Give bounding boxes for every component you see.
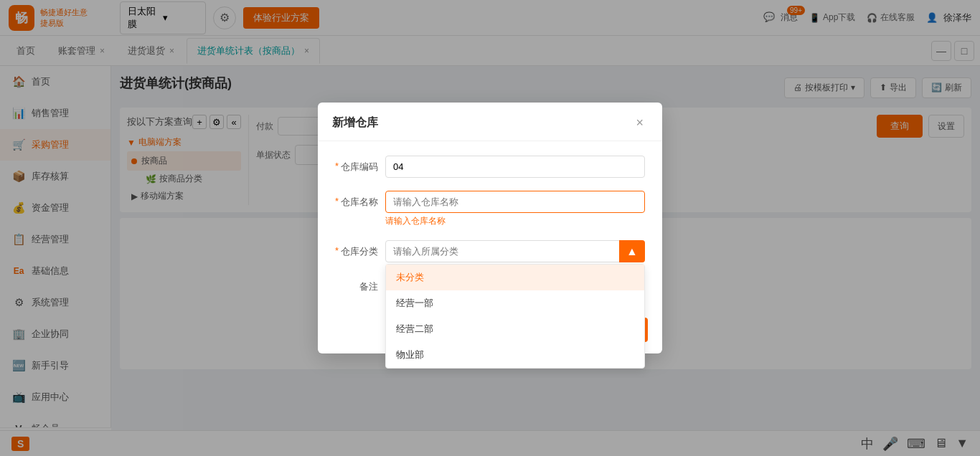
modal-overlay: 新增仓库 × 仓库编码 仓库名称 请输入仓库名称 仓库分类 <box>0 0 980 456</box>
modal-header: 新增仓库 × <box>318 103 662 141</box>
dropdown-item-uncategorized[interactable]: 未分类 <box>386 265 644 290</box>
classify-form-row: 仓库分类 ▲ 未分类 经营一部 经营二部 物业部 <box>335 240 645 262</box>
modal-body: 仓库编码 仓库名称 请输入仓库名称 仓库分类 ▲ <box>318 141 662 309</box>
code-input[interactable] <box>385 156 645 178</box>
code-form-row: 仓库编码 <box>335 156 645 178</box>
name-label: 仓库名称 <box>335 191 385 209</box>
dropdown-item-dept1[interactable]: 经营一部 <box>386 290 644 316</box>
name-control: 请输入仓库名称 <box>385 191 645 227</box>
classify-wrapper: ▲ 未分类 经营一部 经营二部 物业部 <box>385 240 645 262</box>
modal-close-button[interactable]: × <box>631 114 648 132</box>
add-warehouse-modal: 新增仓库 × 仓库编码 仓库名称 请输入仓库名称 仓库分类 <box>318 103 662 353</box>
classify-dropdown: 未分类 经营一部 经营二部 物业部 <box>385 264 645 369</box>
classify-label: 仓库分类 <box>335 240 385 258</box>
modal-title: 新增仓库 <box>332 115 378 130</box>
name-error-msg: 请输入仓库名称 <box>385 215 645 227</box>
dropdown-item-dept2[interactable]: 经营二部 <box>386 316 644 342</box>
dropdown-item-dept3[interactable]: 物业部 <box>386 342 644 368</box>
remark-label: 备注 <box>335 275 385 293</box>
classify-input[interactable] <box>385 240 645 262</box>
code-label: 仓库编码 <box>335 156 385 174</box>
code-control <box>385 156 645 178</box>
classify-toggle-button[interactable]: ▲ <box>619 240 645 262</box>
classify-control: ▲ 未分类 经营一部 经营二部 物业部 <box>385 240 645 262</box>
name-form-row: 仓库名称 请输入仓库名称 <box>335 191 645 227</box>
name-input[interactable] <box>385 191 645 213</box>
